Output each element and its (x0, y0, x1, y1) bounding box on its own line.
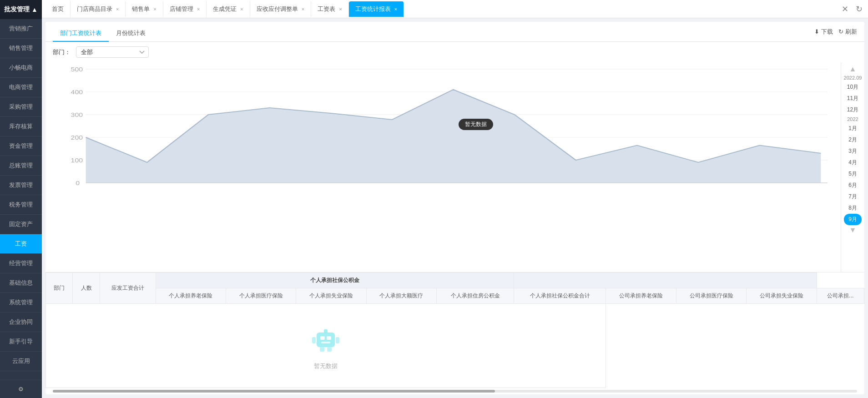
tab-工资表[interactable]: 工资表× (311, 1, 348, 17)
tab-生成凭证[interactable]: 生成凭证× (207, 1, 250, 17)
svg-rect-22 (327, 347, 332, 352)
chart-area: 500 400 300 200 100 0 (45, 62, 841, 272)
no-data-text: 暂无数据 (314, 362, 338, 370)
svg-text:300: 300 (71, 112, 83, 118)
sidebar-item-营销推广[interactable]: 营销推广 (0, 19, 42, 39)
refresh-button[interactable]: ↻ 刷新 (838, 28, 857, 36)
scrollbar-track[interactable] (53, 390, 857, 393)
svg-text:500: 500 (71, 67, 83, 73)
table-row: 暂无数据 (46, 304, 864, 388)
timeline-month-3月[interactable]: 3月 (842, 146, 864, 157)
sidebar-item-工资[interactable]: 工资 (0, 234, 42, 254)
sidebar-item-电商管理[interactable]: 电商管理 (0, 78, 42, 97)
timeline-month-4月[interactable]: 4月 (842, 157, 864, 168)
sidebar-item-固定资产[interactable]: 固定资产 (0, 215, 42, 234)
close-window-button[interactable]: ✕ (840, 3, 850, 15)
svg-text:200: 200 (71, 135, 83, 141)
svg-rect-18 (324, 329, 328, 333)
col-公司承担医疗保险: 公司承担医疗保险 (676, 288, 746, 304)
col-个人承担社保公积金合计: 个人承担社保公积金合计 (514, 288, 606, 304)
tab-工资统计报表[interactable]: 工资统计报表× (349, 1, 404, 17)
col-公司承担失业保险: 公司承担失业保险 (747, 288, 817, 304)
sidebar-item-销售管理[interactable]: 销售管理 (0, 39, 42, 58)
sidebar-item-发票管理[interactable]: 发票管理 (0, 176, 42, 195)
timeline-month-12月[interactable]: 12月 (842, 104, 864, 116)
sidebar-item-新手引导[interactable]: 新手引导 (0, 332, 42, 352)
tab-门店商品目录[interactable]: 门店商品目录× (71, 1, 126, 17)
sidebar-item-税务管理[interactable]: 税务管理 (0, 195, 42, 215)
svg-rect-16 (327, 336, 331, 340)
sidebar-item-库存核算[interactable]: 库存核算 (0, 117, 42, 136)
sub-tab-部门工资统计表[interactable]: 部门工资统计表 (53, 25, 109, 42)
refresh-icon: ↻ (838, 28, 843, 35)
sidebar-expand-icon: ▲ (31, 6, 38, 13)
timeline-month-10月[interactable]: 10月 (842, 81, 864, 93)
chart-svg-wrapper: 500 400 300 200 100 0 (53, 67, 833, 203)
sub-tab-actions: ⬇ 下载 ↻ 刷新 (814, 28, 857, 40)
timeline-month-9月[interactable]: 9月 (844, 214, 862, 225)
sidebar-item-企业协同[interactable]: 企业协同 (0, 312, 42, 332)
svg-rect-19 (312, 337, 316, 343)
svg-rect-20 (336, 337, 339, 343)
svg-text:400: 400 (71, 89, 83, 96)
tab-首页[interactable]: 首页 (45, 1, 71, 17)
timeline-month-7月[interactable]: 7月 (842, 191, 864, 202)
department-select[interactable]: 全部销售部财务部技术部 (76, 46, 149, 58)
filter-row: 部门： 全部销售部财务部技术部 (45, 42, 864, 62)
timeline-sidebar: ▲ 2022.0910月11月12月20221月2月3月4月5月6月7月8月9月… (841, 62, 864, 272)
svg-text:100: 100 (71, 157, 83, 164)
sidebar-item-经营管理[interactable]: 经营管理 (0, 254, 42, 273)
sidebar: 批发管理 ▲ 营销推广销售管理小畅电商电商管理采购管理库存核算资金管理总账管理发… (0, 0, 42, 398)
timeline-month-6月[interactable]: 6月 (842, 180, 864, 191)
sub-tab-月份统计表[interactable]: 月份统计表 (109, 25, 153, 42)
data-table: 部门 人数 应发工资合计 个人承担社保公积金 个人承担养老保险个人承担医疗保险个… (45, 272, 864, 388)
refresh-window-button[interactable]: ↻ (854, 3, 864, 15)
col-group-company (514, 273, 817, 288)
no-data-icon (308, 321, 344, 358)
tab-close-生成凭证[interactable]: × (240, 6, 243, 12)
sidebar-item-采购管理[interactable]: 采购管理 (0, 97, 42, 117)
svg-rect-14 (317, 333, 335, 347)
tab-bar-end: ✕ ↻ (840, 3, 864, 15)
no-data-area: 暂无数据 (50, 307, 601, 384)
tab-应收应付调整单[interactable]: 应收应付调整单× (250, 1, 311, 17)
col-个人承担大额医疗: 个人承担大额医疗 (366, 288, 436, 304)
svg-rect-21 (320, 347, 324, 352)
main-area: 首页门店商品目录×销售单×店铺管理×生成凭证×应收应付调整单×工资表×工资统计报… (42, 0, 868, 398)
svg-rect-17 (321, 342, 330, 343)
sidebar-item-总账管理[interactable]: 总账管理 (0, 156, 42, 176)
timeline-year-2022.09: 2022.09 (842, 74, 864, 81)
download-button[interactable]: ⬇ 下载 (814, 28, 833, 36)
col-公司承担...: 公司承担... (817, 288, 864, 304)
tab-close-店铺管理[interactable]: × (197, 6, 200, 12)
timeline-month-1月[interactable]: 1月 (842, 123, 864, 134)
tab-close-工资表[interactable]: × (339, 6, 342, 12)
sidebar-item-基础信息[interactable]: 基础信息 (0, 273, 42, 293)
timeline-up-button[interactable]: ▲ (841, 64, 864, 74)
page-content: 部门工资统计表月份统计表 ⬇ 下载 ↻ 刷新 部门： 全部销售部财务部技术部 (45, 22, 864, 394)
sidebar-item-资金管理[interactable]: 资金管理 (0, 136, 42, 156)
sub-tabs: 部门工资统计表月份统计表 ⬇ 下载 ↻ 刷新 (45, 22, 864, 42)
tab-销售单[interactable]: 销售单× (126, 1, 163, 17)
tab-店铺管理[interactable]: 店铺管理× (163, 1, 207, 17)
sidebar-item-系统管理[interactable]: 系统管理 (0, 293, 42, 312)
timeline-down-button[interactable]: ▼ (841, 225, 864, 235)
svg-marker-12 (86, 90, 821, 183)
col-个人承担住房公积金: 个人承担住房公积金 (437, 288, 514, 304)
timeline-month-8月[interactable]: 8月 (842, 202, 864, 214)
tab-close-门店商品目录[interactable]: × (116, 6, 119, 12)
tab-close-工资统计报表[interactable]: × (394, 6, 397, 12)
sidebar-item-小畅电商[interactable]: 小畅电商 (0, 58, 42, 78)
no-data-cell: 暂无数据 (46, 304, 606, 388)
col-个人承担医疗保险: 个人承担医疗保险 (226, 288, 296, 304)
sidebar-settings-button[interactable]: ⚙ (0, 380, 42, 398)
timeline-month-11月[interactable]: 11月 (842, 93, 864, 104)
tab-close-销售单[interactable]: × (153, 6, 156, 12)
sidebar-header[interactable]: 批发管理 ▲ (0, 0, 42, 19)
timeline-month-5月[interactable]: 5月 (842, 168, 864, 180)
sidebar-item-云应用[interactable]: 云应用 (0, 352, 42, 371)
table-section: 部门 人数 应发工资合计 个人承担社保公积金 个人承担养老保险个人承担医疗保险个… (45, 272, 864, 388)
tab-close-应收应付调整单[interactable]: × (302, 6, 304, 12)
timeline-month-2月[interactable]: 2月 (842, 134, 864, 146)
scrollbar-thumb[interactable] (53, 390, 495, 393)
